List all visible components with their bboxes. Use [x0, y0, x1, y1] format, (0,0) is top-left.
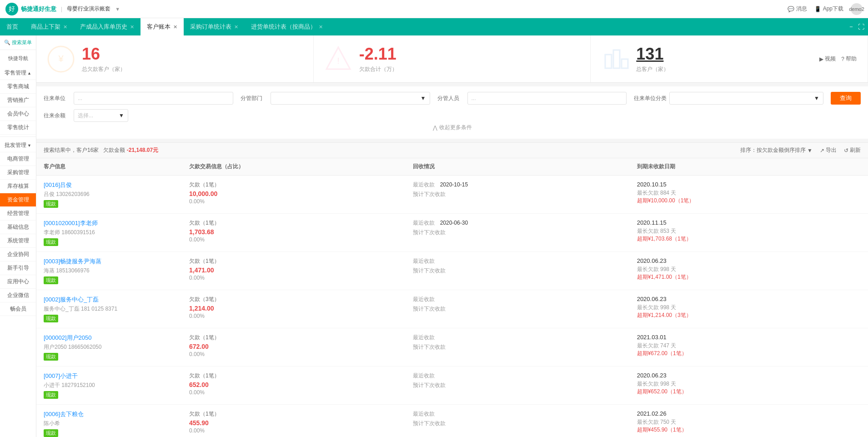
dept-select[interactable]: ▼ [271, 92, 430, 105]
customer-contact: 陈小希 [44, 420, 189, 427]
table-row: [0007]小进干 小进干 18279152100 现款 欠款（1笔） 652.… [36, 367, 868, 405]
table-row: [0003]畅捷服务尹海蒸 海蒸 18513066976 现款 欠款（1笔） 1… [36, 252, 868, 290]
sidebar-item-enterprise-wechat[interactable]: 企业微信 [0, 289, 36, 302]
tab-purchase-stats[interactable]: 进货单统计表（按商品） ✕ [245, 18, 329, 35]
stat-card-overdue-customers: ¥ 16 总欠款客户（家） [36, 35, 314, 82]
user-avatar[interactable]: demo2 [851, 3, 863, 15]
manager-input[interactable]: ... [467, 92, 627, 105]
sidebar-item-app-center[interactable]: 应用中心 [0, 275, 36, 289]
unit-category-select[interactable]: ▼ [669, 92, 823, 105]
overdue-amount-link[interactable]: 超期¥455.90（1笔） [637, 426, 861, 434]
search-button[interactable]: 查询 [831, 92, 861, 105]
sidebar-item-purchase[interactable]: 采购管理 [0, 166, 36, 180]
close-icon[interactable]: ✕ [173, 24, 177, 30]
debt-ratio: 0.00% [189, 427, 413, 434]
logo-text: 畅捷通好生意 [21, 5, 56, 13]
close-icon[interactable]: ✕ [234, 24, 238, 30]
sidebar-search[interactable]: 🔍 搜索菜单 [0, 35, 36, 50]
sidebar-item-inventory[interactable]: 库存核算 [0, 180, 36, 193]
close-icon[interactable]: ✕ [319, 24, 323, 30]
tab-purchase-order[interactable]: 采购订单统计表 ✕ [184, 18, 245, 35]
sidebar-item-retail-mgmt[interactable]: 零售管理 ▲ [0, 66, 36, 80]
sidebar-item-retail-store[interactable]: 零售商城 [0, 80, 36, 94]
svg-text:!: ! [337, 56, 339, 65]
next-payment-label: 预计下次收款 [413, 343, 637, 351]
tab-product-status[interactable]: 商品上下架 ✕ [25, 18, 74, 35]
customer-name[interactable]: [000002]用户2050 [44, 334, 189, 342]
minimize-icon[interactable]: － [848, 23, 854, 31]
refresh-btn[interactable]: ↺ 刷新 [844, 146, 861, 154]
help-btn[interactable]: ? 帮助 [841, 55, 857, 63]
export-btn[interactable]: ↗ 导出 [820, 146, 837, 154]
debt-ratio: 0.00% [189, 275, 413, 281]
overdue-amount-link[interactable]: 超期¥652.00（1笔） [637, 388, 861, 396]
last-payment-label: 最近收款 [413, 372, 435, 379]
sidebar-item-system[interactable]: 系统管理 [0, 234, 36, 248]
sidebar: 🔍 搜索菜单 快捷导航 零售管理 ▲ 零售商城 营销推广 会员中心 零售统计 批… [0, 35, 36, 437]
sidebar-item-retail-stats[interactable]: 零售统计 [0, 121, 36, 135]
customer-name[interactable]: [0006]去下粮仓 [44, 410, 189, 418]
tab-production-history[interactable]: 产成品入库单历史 ✕ [74, 18, 140, 35]
message-btn[interactable]: 💬 消息 [788, 5, 807, 13]
sidebar-item-operations[interactable]: 经营管理 [0, 207, 36, 221]
debt-amount[interactable]: 672.00 [189, 343, 413, 350]
sidebar-item-vip-member[interactable]: 畅会员 [0, 302, 36, 316]
debt-amount[interactable]: 1,214.00 [189, 305, 413, 312]
overdue-amount-link[interactable]: 超期¥672.00（1笔） [637, 350, 861, 357]
customer-name[interactable]: [0001020001]李老师 [44, 219, 189, 227]
filter-row-2: 往来余额 选择... ▼ [44, 109, 861, 122]
debt-amount[interactable]: 10,000.00 [189, 190, 413, 197]
overdue-amount-link[interactable]: 超期¥1,703.68（1笔） [637, 235, 861, 243]
video-icon: ▶ [819, 56, 823, 62]
last-payment-label: 最近收款 [413, 334, 435, 341]
balance-select[interactable]: 选择... ▼ [74, 109, 128, 122]
overdue-amount-link[interactable]: 超期¥1,214.00（3笔） [637, 311, 861, 319]
result-bar: 搜索结果中，客户16家 欠款金额 -21,148.07元 排序：按欠款金额倒序排… [36, 142, 868, 158]
next-payment-label: 预计下次收款 [413, 420, 637, 427]
return-info-cell: 最近收款 预计下次收款 [413, 372, 637, 389]
sidebar-item-ecommerce[interactable]: 电商管理 [0, 152, 36, 166]
overdue-amount-link[interactable]: 超期¥1,471.00（1笔） [637, 273, 861, 281]
sidebar-item-new-guide[interactable]: 新手引导 [0, 261, 36, 275]
collapse-row[interactable]: ⋀ 收起更多条件 [44, 122, 861, 133]
sort-select[interactable]: 排序：按欠款金额倒序排序 ▼ [740, 146, 813, 154]
tab-customer-account[interactable]: 客户账本 ✕ [140, 18, 184, 35]
sidebar-item-member[interactable]: 会员中心 [0, 107, 36, 121]
debt-amount[interactable]: 652.00 [189, 381, 413, 388]
video-btn[interactable]: ▶ 视频 [819, 55, 836, 63]
customer-name[interactable]: [0003]畅捷服务尹海蒸 [44, 257, 189, 266]
customer-name[interactable]: [0016]吕俊 [44, 181, 189, 189]
app-download-btn[interactable]: 📱 App下载 [814, 5, 843, 13]
col-debt-info: 欠款交易信息（占比） [189, 163, 413, 171]
maximize-icon[interactable]: ⛶ [858, 23, 864, 30]
result-info: 搜索结果中，客户16家 欠款金额 -21,148.07元 [44, 146, 158, 154]
debt-amount[interactable]: 1,471.00 [189, 266, 413, 274]
debt-amount[interactable]: 1,703.68 [189, 228, 413, 236]
sidebar-item-batch-mgmt[interactable]: 批发管理 ▼ [0, 139, 36, 152]
stat-card-overdue-amount: ! -2.11 欠款合计（万） [314, 35, 591, 82]
close-icon[interactable]: ✕ [63, 24, 67, 30]
customer-name[interactable]: [0002]服务中心_丁磊 [44, 296, 189, 304]
sidebar-item-marketing[interactable]: 营销推广 [0, 94, 36, 107]
customer-info-cell: [0002]服务中心_丁磊 服务中心_丁磊 181 0125 8371 现款 [44, 296, 189, 322]
tab-home[interactable]: 首页 [0, 18, 25, 35]
sidebar-item-basic-info[interactable]: 基础信息 [0, 221, 36, 234]
sidebar-item-enterprise-coop[interactable]: 企业协同 [0, 248, 36, 261]
customer-name[interactable]: [0007]小进干 [44, 372, 189, 380]
source-unit-input[interactable]: ... [74, 92, 233, 105]
debt-ratio: 0.00% [189, 313, 413, 319]
overdue-amount-icon: ! [325, 45, 352, 73]
svg-rect-6 [622, 59, 628, 68]
debt-ratio: 0.00% [189, 236, 413, 243]
sidebar-nav-quick[interactable]: 快捷导航 [0, 50, 36, 66]
status-badge: 现款 [44, 429, 58, 437]
filter-dept: 分管部门 ▼ [241, 92, 430, 105]
debt-amount[interactable]: 455.90 [189, 419, 413, 427]
stat-info-overdue-customers: 16 总欠款客户（家） [82, 45, 125, 73]
last-payment-label: 最近收款 [413, 220, 435, 226]
close-icon[interactable]: ✕ [130, 24, 134, 30]
chevron-down-icon[interactable]: ▼ [115, 6, 120, 12]
sidebar-item-finance[interactable]: 资金管理 [0, 193, 36, 207]
overdue-amount-link[interactable]: 超期¥10,000.00（1笔） [637, 197, 861, 205]
logo-area: 好 畅捷通好生意 | 母婴行业演示账套 ▼ [5, 3, 120, 15]
